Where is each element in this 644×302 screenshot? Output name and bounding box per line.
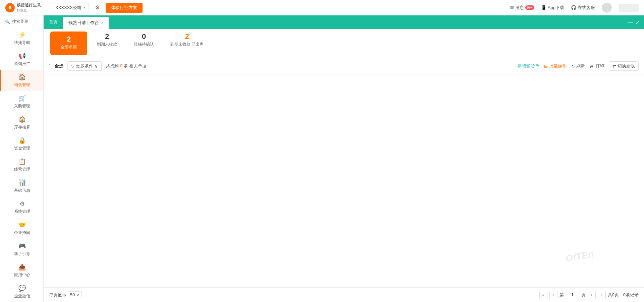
inventory-icon: 🏠	[18, 116, 26, 123]
add-sales-order-btn[interactable]: + 新增销货单	[514, 63, 539, 69]
logo-icon: 6	[5, 3, 15, 12]
logo-area: 6 畅捷通好生意 标准版	[5, 3, 49, 12]
stat-tab-overdue[interactable]: 2 到期未收款	[89, 29, 125, 58]
sys-icon: ⚙	[19, 200, 25, 207]
page-input[interactable]	[566, 291, 579, 299]
table-area: OfTEn	[44, 74, 644, 287]
stat-label-overdue-out: 到期未收款 已出库	[170, 42, 204, 47]
stat-number-overdue: 2	[105, 33, 109, 40]
base-info-icon: 📊	[18, 179, 26, 186]
toolbar: 全选 ▽ 更多条件 ∨ 共找到 0 条 相关单据 + 新增销货单	[44, 58, 644, 74]
settings-icon[interactable]: ⚙	[92, 3, 102, 13]
print-btn[interactable]: 🖨 打印	[590, 63, 604, 69]
stat-tab-all[interactable]: 2 全部单据	[50, 32, 87, 55]
filter-chevron: ∨	[95, 64, 98, 69]
content-area: 首页 钱货日清工作台 × — ⤢ 2 全部单据 2 到期未收款	[44, 15, 644, 302]
purchase-icon: 🛒	[18, 95, 26, 102]
experience-btn[interactable]: 体验行业方案	[106, 3, 143, 13]
page-size-box[interactable]: 50 ∨	[68, 291, 82, 298]
sidebar-search[interactable]: 🔍 搜索菜单	[0, 15, 43, 28]
service-icon: 🎧	[571, 5, 576, 10]
message-badge: 99+	[525, 5, 534, 10]
wechat-icon: 💬	[18, 285, 26, 292]
sidebar-item-marketing[interactable]: 📢 营销推广	[0, 49, 43, 70]
first-page-btn[interactable]: «	[539, 291, 547, 299]
company-selector[interactable]: XXXXXX公司 ▾	[52, 3, 89, 12]
sales-icon: 🏠	[18, 73, 26, 81]
refresh-icon: ↻	[571, 64, 575, 69]
tab-workbench[interactable]: 钱货日清工作台 ×	[63, 17, 109, 29]
sub-content: 2 全部单据 2 到期未收款 0 旺铺待确认 2 到期未收款 已出库	[44, 29, 644, 302]
stat-label-wangpu: 旺铺待确认	[134, 42, 154, 47]
stat-tab-overdue-out[interactable]: 2 到期未收款 已出库	[162, 29, 212, 58]
page-size-chevron: ∨	[76, 292, 79, 297]
tab-maximize-btn[interactable]: ⤢	[636, 19, 640, 25]
sidebar-item-operations[interactable]: 📋 经营管理	[0, 155, 43, 176]
marketing-icon: 📢	[18, 52, 26, 60]
batch-icon: ⊞	[544, 64, 548, 69]
sidebar-item-newbie[interactable]: 🎮 新手引导	[0, 239, 43, 260]
sidebar-item-inventory[interactable]: 🏠 库存核算	[0, 112, 43, 133]
sidebar-item-enterprise-wechat[interactable]: 💬 企业微信	[0, 281, 43, 302]
finance-icon: 🔒	[18, 137, 26, 144]
message-btn[interactable]: ✉ 消息 99+	[510, 5, 534, 11]
page-size-select: 每页显示 50 ∨	[49, 291, 82, 298]
stat-label-all: 全部单据	[61, 44, 77, 50]
found-count: 共找到 0 条 相关单据	[106, 63, 147, 69]
tab-close-icon[interactable]: ×	[101, 20, 103, 25]
pagination-bar: 每页显示 50 ∨ « ‹ 第 页 › » 共0页，0条记录	[44, 287, 644, 302]
found-number: 0	[120, 63, 122, 68]
app-download-btn[interactable]: 📱 App下载	[541, 5, 564, 11]
next-page-btn[interactable]: ›	[588, 291, 596, 299]
header-right: ✉ 消息 99+ 📱 App下载 🎧 在线客服	[510, 3, 639, 13]
switch-new-version-btn[interactable]: ⇄ 切换新版	[609, 61, 639, 71]
sidebar-item-base-info[interactable]: 📊 基础信息	[0, 176, 43, 197]
stat-number-all: 2	[67, 36, 71, 43]
switch-icon: ⇄	[612, 64, 616, 69]
download-icon: 📱	[541, 5, 546, 10]
select-all-checkbox[interactable]: 全选	[49, 63, 63, 69]
company-name: XXXXXX公司	[55, 5, 82, 11]
filter-btn[interactable]: ▽ 更多条件 ∨	[67, 61, 102, 71]
toolbar-right: + 新增销货单 ⊞ 批量操作 ↻ 刷新 🖨 打印 ⇄	[514, 61, 639, 71]
user-name-placeholder	[619, 4, 639, 12]
stats-tabs: 2 全部单据 2 到期未收款 0 旺铺待确认 2 到期未收款 已出库	[44, 29, 644, 58]
app-title: 畅捷通好生意 标准版	[17, 3, 41, 12]
sidebar: 🔍 搜索菜单 ⚡ 快捷导航 📢 营销推广 🏠 销售管理 🛒 采购管理 🏠 库存核…	[0, 15, 44, 302]
stat-number-wangpu: 0	[142, 33, 146, 40]
total-info: 共0页，0条记录	[608, 292, 639, 298]
avatar[interactable]	[602, 3, 612, 13]
coop-icon: 🤝	[18, 221, 26, 229]
last-page-btn[interactable]: »	[598, 291, 606, 299]
sidebar-item-app-center[interactable]: 📥 应用中心	[0, 260, 43, 281]
newbie-icon: 🎮	[18, 242, 26, 250]
batch-operation-btn[interactable]: ⊞ 批量操作	[544, 63, 567, 69]
sidebar-item-purchase[interactable]: 🛒 采购管理	[0, 91, 43, 112]
stat-tab-wangpu[interactable]: 0 旺铺待确认	[125, 29, 162, 58]
stat-number-overdue-out: 2	[185, 33, 189, 40]
refresh-btn[interactable]: ↻ 刷新	[571, 63, 585, 69]
sidebar-item-quick-nav[interactable]: ⚡ 快捷导航	[0, 28, 43, 49]
sidebar-item-sales[interactable]: 🏠 销售管理	[0, 70, 43, 91]
chevron-down-icon: ▾	[84, 6, 85, 9]
sidebar-item-sys-manage[interactable]: ⚙ 系统管理	[0, 197, 43, 218]
message-icon: ✉	[510, 5, 514, 10]
filter-icon: ▽	[71, 64, 74, 69]
tab-bar: 首页 钱货日清工作台 × — ⤢	[44, 15, 644, 29]
prev-page-btn[interactable]: ‹	[549, 291, 557, 299]
print-icon: 🖨	[590, 64, 594, 69]
tab-bar-actions: — ⤢	[624, 19, 644, 25]
app-center-icon: 📥	[18, 263, 26, 271]
stat-label-overdue: 到期未收款	[97, 42, 117, 47]
tab-minimize-btn[interactable]: —	[628, 19, 633, 25]
online-service-btn[interactable]: 🎧 在线客服	[571, 5, 595, 11]
tab-home[interactable]: 首页	[44, 15, 63, 29]
search-icon: 🔍	[5, 19, 10, 24]
sidebar-item-enterprise-coop[interactable]: 🤝 企业协同	[0, 218, 43, 239]
watermark: OfTEn	[565, 249, 594, 264]
sidebar-item-finance[interactable]: 🔒 资金管理	[0, 133, 43, 155]
operations-icon: 📋	[18, 158, 26, 165]
page-nav: « ‹ 第 页 › » 共0页，0条记录	[539, 291, 639, 299]
quick-nav-icon: ⚡	[18, 31, 26, 39]
